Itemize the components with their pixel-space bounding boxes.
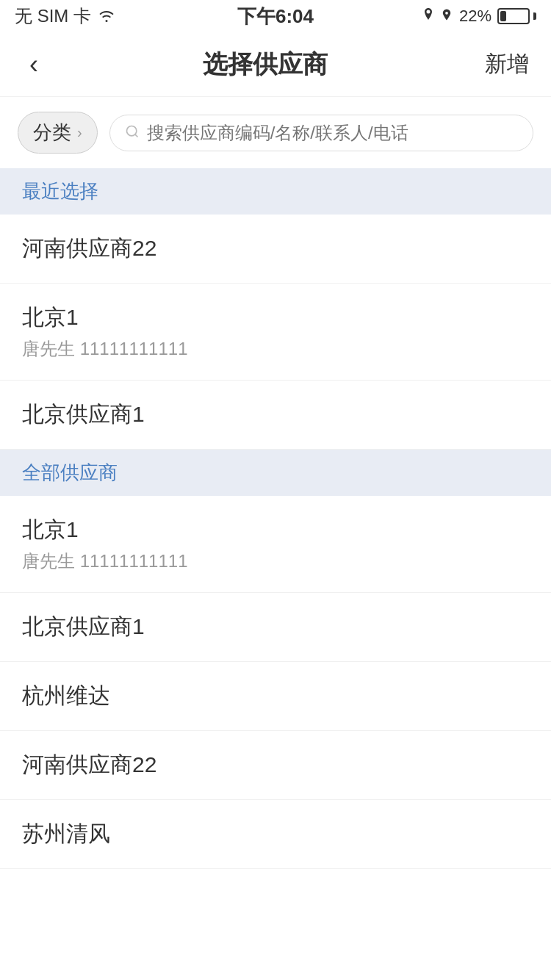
section-header-all: 全部供应商: [0, 450, 551, 496]
list-item[interactable]: 北京1唐先生 11111111111: [0, 496, 551, 593]
list-item[interactable]: 北京1唐先生 11111111111: [0, 284, 551, 381]
status-bar: 无 SIM 卡 下午6:04 22%: [0, 0, 551, 32]
list-item[interactable]: 河南供应商22: [0, 215, 551, 284]
alarm-icon: [440, 7, 453, 26]
filter-bar: 分类 ›: [0, 97, 551, 168]
sections-container: 最近选择河南供应商22北京1唐先生 11111111111北京供应商1全部供应商…: [0, 168, 551, 869]
item-name: 北京1: [22, 515, 529, 545]
item-name: 河南供应商22: [22, 234, 529, 264]
location-icon: [422, 7, 434, 26]
back-button[interactable]: ‹: [22, 42, 46, 87]
list-item[interactable]: 北京供应商1: [0, 381, 551, 450]
item-name: 北京供应商1: [22, 612, 529, 642]
status-time: 下午6:04: [237, 4, 314, 29]
item-name: 杭州维达: [22, 681, 529, 711]
search-box: [109, 115, 533, 151]
list-item[interactable]: 北京供应商1: [0, 593, 551, 662]
list-item[interactable]: 杭州维达: [0, 662, 551, 731]
category-label: 分类: [33, 120, 71, 145]
category-button[interactable]: 分类 ›: [18, 112, 98, 154]
search-input[interactable]: [147, 123, 518, 143]
list-item[interactable]: 河南供应商22: [0, 731, 551, 800]
status-right: 22%: [422, 7, 536, 26]
search-icon: [125, 123, 140, 143]
item-name: 苏州清风: [22, 819, 529, 849]
chevron-right-icon: ›: [77, 124, 82, 141]
item-sub: 唐先生 11111111111: [22, 550, 529, 573]
item-name: 北京1: [22, 303, 529, 333]
svg-line-1: [135, 134, 138, 137]
battery-icon: [497, 8, 536, 24]
status-left: 无 SIM 卡: [15, 4, 115, 28]
wifi-icon: [98, 6, 115, 26]
add-button[interactable]: 新增: [485, 49, 529, 79]
battery-percentage: 22%: [459, 7, 491, 26]
nav-bar: ‹ 选择供应商 新增: [0, 32, 551, 97]
section-header-recent: 最近选择: [0, 168, 551, 215]
item-sub: 唐先生 11111111111: [22, 337, 529, 361]
page-title: 选择供应商: [203, 48, 328, 82]
svg-point-0: [126, 126, 136, 135]
item-name: 北京供应商1: [22, 400, 529, 430]
no-sim-label: 无 SIM 卡: [15, 4, 91, 28]
list-item[interactable]: 苏州清风: [0, 800, 551, 869]
item-name: 河南供应商22: [22, 750, 529, 780]
